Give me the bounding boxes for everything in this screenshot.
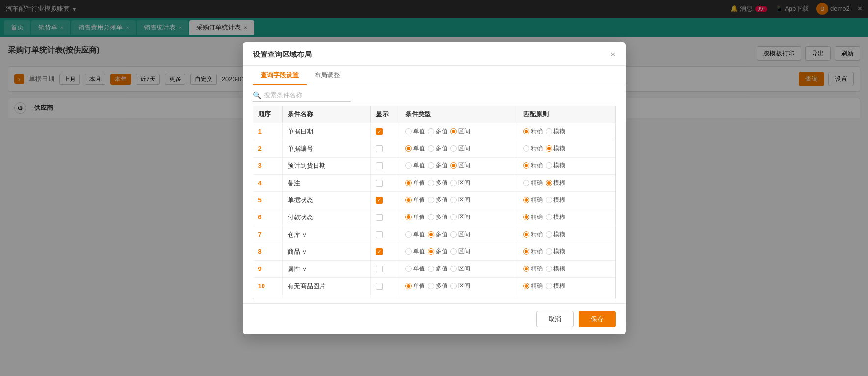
display-checkbox[interactable] xyxy=(376,283,383,290)
radio-item-multi[interactable]: 多值 xyxy=(428,230,447,239)
cell-display[interactable] xyxy=(371,278,400,295)
radio-item-single[interactable]: 单值 xyxy=(405,144,425,153)
radio-item-fuzzy[interactable]: 模糊 xyxy=(546,265,565,273)
radio-item-multi[interactable]: 多值 xyxy=(428,179,447,187)
dialog-overlay: 设置查询区域布局 × 查询字段设置 布局调整 🔍 顺序 条件名称 xyxy=(0,0,868,376)
cell-name: 单据状态 xyxy=(283,192,371,209)
radio-item-range[interactable]: 区间 xyxy=(450,144,470,153)
radio-item-single[interactable]: 单值 xyxy=(405,127,425,135)
radio-item-single[interactable]: 单值 xyxy=(405,230,425,239)
table-row: 1单据日期单值多值区间精确模糊 xyxy=(253,123,615,140)
display-checkbox[interactable] xyxy=(376,214,383,221)
cell-display[interactable] xyxy=(371,243,400,260)
radio-item-exact[interactable]: 精确 xyxy=(523,282,543,290)
cell-display[interactable] xyxy=(371,123,400,140)
cancel-button[interactable]: 取消 xyxy=(536,311,574,327)
radio-item-multi[interactable]: 多值 xyxy=(428,299,447,299)
radio-item-range[interactable]: 区间 xyxy=(450,196,470,204)
radio-item-fuzzy[interactable]: 模糊 xyxy=(546,299,565,299)
display-checkbox[interactable] xyxy=(376,197,383,204)
radio-item-exact[interactable]: 精确 xyxy=(523,179,543,187)
radio-item-exact[interactable]: 精确 xyxy=(523,144,543,153)
radio-item-fuzzy[interactable]: 模糊 xyxy=(546,161,565,170)
radio-item-fuzzy[interactable]: 模糊 xyxy=(546,213,565,221)
table-head: 顺序 条件名称 显示 条件类型 匹配原则 xyxy=(253,106,616,123)
radio-item-single[interactable]: 单值 xyxy=(405,161,425,170)
radio-item-fuzzy[interactable]: 模糊 xyxy=(546,127,565,135)
radio-item-fuzzy[interactable]: 模糊 xyxy=(546,230,565,239)
display-checkbox[interactable] xyxy=(376,180,383,187)
cell-type: 单值多值区间 xyxy=(400,243,518,260)
cell-display[interactable] xyxy=(371,261,400,277)
display-checkbox[interactable] xyxy=(376,145,383,152)
cell-name: 单据日期 xyxy=(283,123,371,140)
display-checkbox[interactable] xyxy=(376,231,383,238)
radio-item-multi[interactable]: 多值 xyxy=(428,282,447,290)
search-input[interactable] xyxy=(264,91,342,99)
tab-layout[interactable]: 布局调整 xyxy=(307,66,348,85)
radio-item-range[interactable]: 区间 xyxy=(450,127,470,135)
cell-display[interactable] xyxy=(371,158,400,174)
search-wrap: 🔍 xyxy=(253,91,351,102)
cell-display[interactable] xyxy=(371,192,400,209)
cell-display[interactable] xyxy=(371,226,400,243)
radio-item-multi[interactable]: 多值 xyxy=(428,213,447,221)
display-checkbox[interactable] xyxy=(376,128,383,135)
radio-item-multi[interactable]: 多值 xyxy=(428,127,447,135)
radio-item-multi[interactable]: 多值 xyxy=(428,161,447,170)
radio-label: 多值 xyxy=(436,265,447,273)
cell-type: 单值多值区间 xyxy=(400,192,518,209)
radio-item-single[interactable]: 单值 xyxy=(405,282,425,290)
radio-item-multi[interactable]: 多值 xyxy=(428,247,447,256)
radio-item-single[interactable]: 单值 xyxy=(405,196,425,204)
radio-item-single[interactable]: 单值 xyxy=(405,213,425,221)
radio-item-fuzzy[interactable]: 模糊 xyxy=(546,144,565,153)
radio-item-exact[interactable]: 精确 xyxy=(523,265,543,273)
radio-item-fuzzy[interactable]: 模糊 xyxy=(546,179,565,187)
cell-display[interactable] xyxy=(371,140,400,157)
radio-circle xyxy=(405,231,412,238)
radio-label: 单值 xyxy=(413,144,425,153)
save-button[interactable]: 保存 xyxy=(579,311,616,327)
radio-item-single[interactable]: 单值 xyxy=(405,247,425,256)
radio-item-range[interactable]: 区间 xyxy=(450,247,470,256)
cell-order: 11 xyxy=(253,295,283,299)
dialog-close-button[interactable]: × xyxy=(610,50,616,59)
radio-item-range[interactable]: 区间 xyxy=(450,213,470,221)
radio-item-multi[interactable]: 多值 xyxy=(428,144,447,153)
radio-item-single[interactable]: 单值 xyxy=(405,299,425,299)
radio-item-exact[interactable]: 精确 xyxy=(523,127,543,135)
display-checkbox[interactable] xyxy=(376,248,383,255)
radio-item-exact[interactable]: 精确 xyxy=(523,230,543,239)
radio-item-fuzzy[interactable]: 模糊 xyxy=(546,247,565,256)
radio-label: 单值 xyxy=(413,230,425,239)
radio-item-fuzzy[interactable]: 模糊 xyxy=(546,282,565,290)
cell-order: 5 xyxy=(253,192,283,209)
radio-item-single[interactable]: 单值 xyxy=(405,179,425,187)
display-checkbox[interactable] xyxy=(376,162,383,169)
radio-item-range[interactable]: 区间 xyxy=(450,265,470,273)
radio-label: 区间 xyxy=(458,179,470,187)
tab-query-fields[interactable]: 查询字段设置 xyxy=(253,66,307,85)
radio-item-multi[interactable]: 多值 xyxy=(428,196,447,204)
radio-item-exact[interactable]: 精确 xyxy=(523,247,543,256)
cell-name: 付款状态 xyxy=(283,209,371,226)
radio-item-range[interactable]: 区间 xyxy=(450,299,470,299)
radio-item-exact[interactable]: 精确 xyxy=(523,299,543,299)
radio-circle xyxy=(523,180,529,186)
radio-item-range[interactable]: 区间 xyxy=(450,179,470,187)
cell-display[interactable] xyxy=(371,175,400,191)
cell-display[interactable] xyxy=(371,295,400,299)
radio-item-single[interactable]: 单值 xyxy=(405,265,425,273)
radio-item-exact[interactable]: 精确 xyxy=(523,213,543,221)
radio-item-range[interactable]: 区间 xyxy=(450,230,470,239)
radio-item-exact[interactable]: 精确 xyxy=(523,196,543,204)
radio-item-range[interactable]: 区间 xyxy=(450,161,470,170)
cell-display[interactable] xyxy=(371,209,400,226)
type-radio-group: 单值多值区间 xyxy=(405,299,470,299)
radio-item-exact[interactable]: 精确 xyxy=(523,161,543,170)
radio-item-multi[interactable]: 多值 xyxy=(428,265,447,273)
display-checkbox[interactable] xyxy=(376,266,383,272)
radio-item-range[interactable]: 区间 xyxy=(450,282,470,290)
radio-item-fuzzy[interactable]: 模糊 xyxy=(546,196,565,204)
